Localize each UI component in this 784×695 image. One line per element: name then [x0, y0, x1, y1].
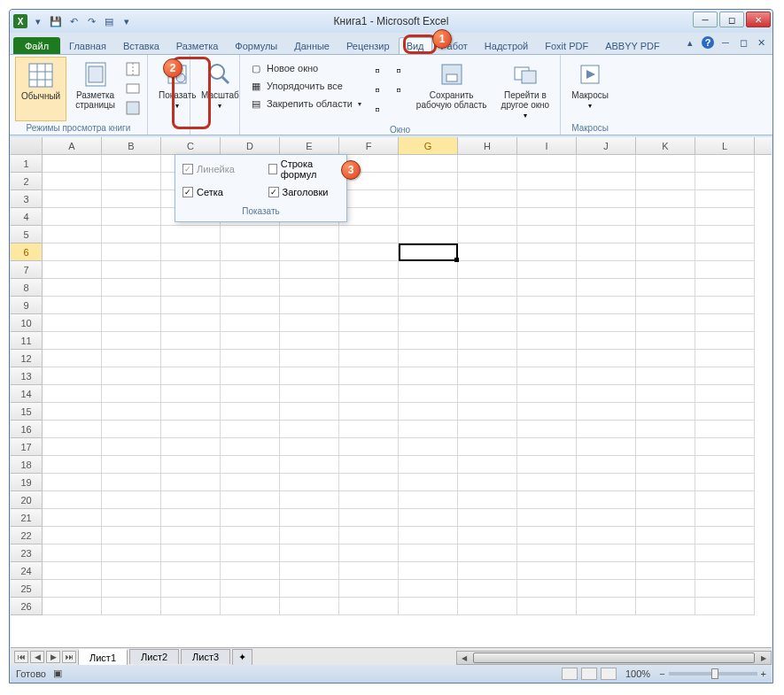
cell[interactable] — [458, 261, 517, 279]
cell[interactable] — [339, 527, 399, 544]
cell[interactable] — [161, 562, 221, 580]
cell[interactable] — [339, 261, 399, 279]
minimize-button[interactable]: ─ — [693, 12, 718, 27]
cell[interactable] — [577, 598, 636, 615]
tab-page-layout[interactable]: Разметка — [168, 37, 227, 54]
cell[interactable] — [102, 261, 161, 279]
cell[interactable] — [517, 598, 577, 615]
cell[interactable] — [577, 173, 636, 190]
cell[interactable] — [695, 456, 755, 474]
cell[interactable] — [280, 438, 339, 456]
normal-view-button[interactable]: Обычный — [15, 57, 66, 121]
cell[interactable] — [43, 279, 102, 297]
cell[interactable] — [517, 208, 577, 226]
cell[interactable] — [458, 456, 517, 474]
cell[interactable] — [636, 562, 695, 580]
cell[interactable] — [695, 527, 755, 544]
cell[interactable] — [695, 598, 755, 615]
cell[interactable] — [161, 598, 221, 615]
cell[interactable] — [43, 474, 102, 491]
freeze-button[interactable]: ▤Закрепить области▾ — [245, 96, 365, 112]
cell[interactable] — [221, 562, 280, 580]
cell[interactable] — [458, 350, 517, 367]
close-button[interactable]: ✕ — [746, 12, 771, 27]
cell[interactable] — [577, 261, 636, 279]
cell[interactable] — [221, 598, 280, 615]
cell[interactable] — [221, 438, 280, 456]
help-icon[interactable]: ? — [702, 36, 714, 49]
cell[interactable] — [577, 314, 636, 332]
column-header[interactable]: C — [161, 137, 221, 154]
cell[interactable] — [695, 297, 755, 314]
cell[interactable] — [339, 544, 399, 562]
cell[interactable] — [517, 297, 577, 314]
cell[interactable] — [399, 314, 458, 332]
cell[interactable] — [458, 562, 517, 580]
prev-sheet-button[interactable]: ◀ — [30, 651, 44, 663]
cell[interactable] — [102, 438, 161, 456]
row-header[interactable]: 16 — [11, 421, 43, 438]
hide-icon[interactable]: ▫ — [369, 81, 386, 99]
tab-review[interactable]: Рецензир — [338, 37, 398, 54]
cell[interactable] — [221, 385, 280, 403]
cell[interactable] — [399, 367, 458, 385]
new-sheet-button[interactable]: ✦ — [232, 649, 252, 665]
row-header[interactable]: 2 — [11, 173, 43, 190]
cell[interactable] — [695, 474, 755, 491]
cell[interactable] — [517, 544, 577, 562]
row-header[interactable]: 18 — [11, 456, 43, 474]
cell[interactable] — [43, 243, 102, 261]
cell[interactable] — [102, 155, 161, 173]
column-header[interactable]: A — [43, 137, 102, 154]
cell[interactable] — [577, 350, 636, 367]
cell[interactable] — [221, 367, 280, 385]
row-header[interactable]: 26 — [11, 598, 43, 615]
cell[interactable] — [636, 544, 695, 562]
cell[interactable] — [221, 261, 280, 279]
cell[interactable] — [695, 261, 755, 279]
cell[interactable] — [636, 491, 695, 509]
cell[interactable] — [517, 474, 577, 491]
cell[interactable] — [161, 491, 221, 509]
custom-view-icon[interactable] — [124, 80, 142, 97]
switch-window-button[interactable]: Перейти в другое окно ▾ — [496, 57, 555, 123]
cell[interactable] — [695, 243, 755, 261]
cell[interactable] — [636, 332, 695, 350]
fullscreen-icon[interactable] — [124, 99, 142, 117]
doc-minimize-icon[interactable]: ─ — [719, 36, 732, 49]
tab-view[interactable]: Вид — [399, 37, 432, 54]
scroll-left-icon[interactable]: ◀ — [457, 652, 471, 664]
cell[interactable] — [577, 491, 636, 509]
row-header[interactable]: 10 — [11, 314, 43, 332]
cell[interactable] — [636, 261, 695, 279]
cell[interactable] — [43, 403, 102, 421]
cell[interactable] — [43, 438, 102, 456]
cell[interactable] — [161, 544, 221, 562]
save-icon[interactable]: 💾 — [49, 14, 63, 28]
pagebreak-icon[interactable] — [124, 60, 142, 78]
cell[interactable] — [161, 438, 221, 456]
tab-formulas[interactable]: Формулы — [227, 37, 285, 54]
cell[interactable] — [577, 403, 636, 421]
cell[interactable] — [43, 367, 102, 385]
normal-view-btn[interactable] — [562, 668, 578, 680]
cell[interactable] — [339, 226, 399, 243]
cell[interactable] — [339, 314, 399, 332]
cell[interactable] — [577, 243, 636, 261]
undo-icon[interactable]: ↶ — [66, 14, 81, 28]
cell[interactable] — [577, 562, 636, 580]
save-workspace-button[interactable]: Сохранить рабочую область — [411, 57, 493, 123]
column-header[interactable]: H — [458, 137, 517, 154]
cell[interactable] — [161, 314, 221, 332]
cell[interactable] — [577, 385, 636, 403]
cell[interactable] — [43, 385, 102, 403]
cell[interactable] — [577, 474, 636, 491]
cell[interactable] — [339, 456, 399, 474]
sheet-tab-3[interactable]: Лист3 — [181, 649, 230, 664]
cell[interactable] — [339, 491, 399, 509]
scroll-right-icon[interactable]: ▶ — [757, 652, 771, 664]
tab-addins[interactable]: Надстрой — [477, 37, 536, 54]
formula-bar-checkbox[interactable]: Строка формул — [261, 155, 347, 183]
qat-dropdown-icon[interactable]: ▾ — [31, 14, 45, 28]
cell[interactable] — [577, 190, 636, 208]
